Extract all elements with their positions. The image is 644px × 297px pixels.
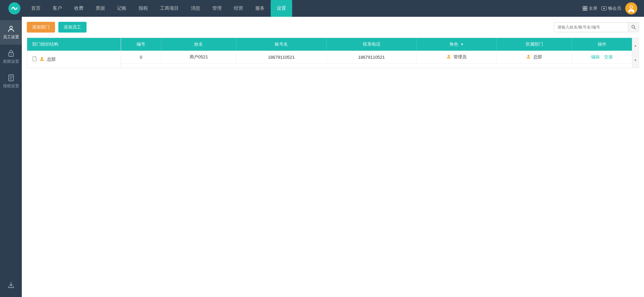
cell-dept: 总部	[497, 51, 572, 64]
nav-right: 全屏 畅会员	[583, 2, 637, 14]
col-header-action: 操作	[572, 38, 632, 51]
nav-fee[interactable]: 收费	[68, 0, 90, 17]
col-header-account: 账号名	[236, 38, 326, 51]
add-emp-button[interactable]: 添加员工	[58, 22, 87, 33]
nav-customer[interactable]: 客户	[47, 0, 68, 17]
edit-link[interactable]: 编辑	[591, 54, 600, 59]
role-value: 管理员	[453, 54, 467, 60]
scroll-down-button[interactable]: ▼	[632, 53, 639, 68]
nav-manage[interactable]: 管理	[206, 0, 228, 17]
content-layout: 部门组织结构 总部	[27, 38, 639, 68]
sidebar-item-employee[interactable]: 员工设置	[0, 20, 22, 45]
cell-phone: 18679110521	[326, 51, 417, 64]
scroll-buttons: ▲ ▼	[632, 38, 639, 68]
emp-table-wrap: 编号 姓名 账号名 联系电话 角色 ▼ 所属部门 操作 0	[121, 38, 632, 68]
lock-icon	[7, 49, 15, 57]
nav-tax[interactable]: 报税	[132, 0, 154, 17]
sidebar-item-employee-label: 员工设置	[3, 34, 19, 40]
col-header-num: 编号	[121, 38, 161, 51]
cell-role: 管理员	[417, 51, 497, 64]
col-header-phone: 联系电话	[326, 38, 417, 51]
sidebar-bottom	[0, 276, 22, 294]
cell-name: 用户0521	[161, 51, 236, 64]
svg-line-20	[634, 28, 636, 30]
emp-table: 编号 姓名 账号名 联系电话 角色 ▼ 所属部门 操作 0	[121, 38, 632, 64]
search-input[interactable]	[554, 25, 628, 30]
member-label: 畅会员	[608, 5, 621, 11]
nav-home[interactable]: 首页	[25, 0, 47, 17]
scroll-up-button[interactable]: ▲	[632, 38, 639, 53]
sidebar-item-taxsettings[interactable]: 报税设置	[0, 69, 22, 94]
sidebar-item-permissions[interactable]: 权限设置	[0, 45, 22, 69]
play-icon	[601, 6, 607, 10]
svg-point-13	[10, 54, 11, 55]
dept-tree: 部门组织结构 总部	[27, 38, 121, 68]
svg-rect-2	[583, 6, 585, 8]
search-icon	[631, 25, 636, 30]
svg-point-11	[10, 26, 12, 29]
sidebar: 员工设置 权限设置 报税设置	[0, 17, 22, 297]
svg-point-21	[41, 57, 43, 59]
person-icon	[7, 25, 15, 33]
member-btn[interactable]: 畅会员	[601, 5, 621, 11]
toolbar: 添加部门 添加员工	[27, 22, 639, 33]
nav-operation[interactable]: 经营	[228, 0, 249, 17]
nav-settings[interactable]: 设置	[271, 0, 292, 17]
dept-node-general[interactable]: 总部	[27, 53, 121, 65]
fullscreen-label: 全屏	[589, 5, 597, 11]
search-box	[554, 22, 639, 32]
dept-user-icon-cell	[526, 54, 531, 60]
dept-node-label: 总部	[47, 56, 56, 62]
svg-rect-3	[585, 6, 587, 8]
logo[interactable]	[3, 2, 25, 14]
download-icon	[7, 281, 15, 289]
dept-value: 总部	[533, 54, 542, 60]
col-header-dept: 所属部门	[497, 38, 572, 51]
cell-actions: 编辑 交接	[572, 51, 632, 64]
top-nav: 首页 客户 收费 票据 记账 报税 工商项目 消息 管理 经营 服务 设置 全屏	[0, 0, 644, 17]
nav-message[interactable]: 消息	[185, 0, 206, 17]
table-row: 0 用户0521 18679110521 18679110521	[121, 51, 632, 64]
handover-link[interactable]: 交接	[604, 54, 613, 59]
report-icon	[7, 74, 15, 82]
avatar[interactable]	[625, 2, 637, 14]
fullscreen-icon	[583, 6, 587, 11]
nav-items: 首页 客户 收费 票据 记账 报税 工商项目 消息 管理 经营 服务 设置	[25, 0, 583, 17]
role-user-icon	[446, 54, 451, 60]
svg-point-10	[630, 6, 632, 8]
col-role-label: 角色	[449, 42, 458, 47]
svg-rect-5	[585, 9, 587, 10]
cell-num: 0	[121, 51, 161, 64]
nav-business[interactable]: 工商项目	[154, 0, 185, 17]
search-button[interactable]	[628, 22, 639, 32]
nav-service[interactable]: 服务	[249, 0, 271, 17]
dept-tree-header: 部门组织结构	[27, 38, 121, 51]
nav-bill[interactable]: 票据	[90, 0, 111, 17]
col-header-name: 姓名	[161, 38, 236, 51]
svg-point-1	[13, 7, 15, 9]
col-header-role[interactable]: 角色 ▼	[417, 38, 497, 51]
main-content: 添加部门 添加员工 部门组织结构	[22, 17, 644, 297]
fullscreen-btn[interactable]: 全屏	[583, 5, 597, 11]
svg-point-23	[528, 55, 530, 57]
add-dept-button[interactable]: 添加部门	[27, 22, 55, 33]
sidebar-item-download[interactable]	[0, 276, 22, 294]
file-icon	[32, 56, 37, 62]
dept-user-icon	[40, 56, 44, 62]
nav-bookkeeping[interactable]: 记账	[111, 0, 132, 17]
dept-tree-body: 总部	[27, 51, 121, 68]
filter-icon[interactable]: ▼	[460, 42, 464, 46]
svg-point-22	[448, 55, 450, 57]
sidebar-item-permissions-label: 权限设置	[3, 59, 19, 64]
sidebar-item-taxsettings-label: 报税设置	[3, 83, 19, 89]
cell-account: 18679110521	[236, 51, 326, 64]
avatar-icon	[627, 4, 636, 13]
svg-rect-4	[583, 9, 585, 10]
svg-marker-7	[603, 7, 605, 9]
